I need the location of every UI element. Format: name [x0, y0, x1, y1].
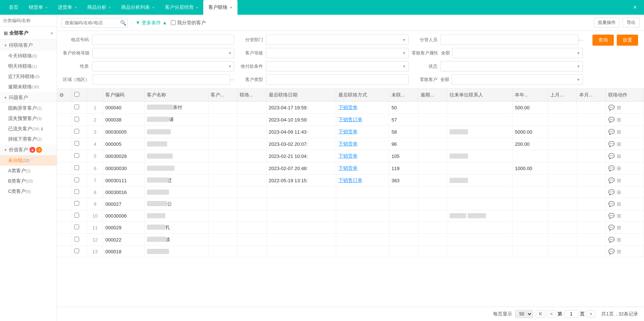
row-checkbox[interactable]	[74, 129, 79, 134]
batch-operation-button[interactable]: 批量操作	[594, 18, 620, 28]
next-page-button[interactable]: >	[586, 310, 595, 318]
sidebar-item-lost[interactable]: 已流失客户(24) ℹ	[0, 124, 57, 134]
message-action-icon[interactable]: 💬	[608, 129, 615, 135]
row-checkbox[interactable]	[74, 225, 79, 229]
close-product-analysis-list-icon[interactable]: ×	[152, 5, 154, 10]
sidebar-value-section[interactable]: ▼ 价值客户 ● ↺	[0, 144, 57, 155]
sidebar-item-week[interactable]: 近7天待联络(0)	[0, 71, 57, 82]
grid-action-icon[interactable]: ⊞	[617, 165, 621, 171]
tab-customer-contact[interactable]: 客户联络 ×	[203, 0, 237, 15]
grid-action-icon[interactable]: ⊞	[617, 225, 621, 230]
contact-method-link[interactable]: 下销货单	[338, 165, 358, 171]
customer-level-select[interactable]: ▼	[266, 48, 408, 58]
grid-action-icon[interactable]: ⊞	[617, 189, 621, 195]
tab-customer-stratification[interactable]: 客户分层经营 ×	[160, 0, 203, 15]
message-action-icon[interactable]: 💬	[608, 117, 615, 123]
sidebar-collapse-button[interactable]: «	[50, 31, 53, 36]
row-checkbox[interactable]	[74, 177, 79, 182]
sidebar-item-churn-risk[interactable]: 流失预警客户(3)	[0, 113, 57, 124]
contact-method-link[interactable]: 下销货单	[338, 129, 358, 134]
nature-select[interactable]: ▼	[92, 61, 234, 71]
region-select[interactable]	[92, 74, 230, 85]
grid-action-icon[interactable]: ⊞	[617, 141, 621, 147]
sidebar-item-overdue[interactable]: 逾期未联络(30)	[0, 82, 57, 92]
message-action-icon[interactable]: 💬	[608, 189, 615, 195]
message-action-icon[interactable]: 💬	[608, 237, 615, 243]
sidebar-item-today[interactable]: 今天待联络(0)	[0, 51, 57, 61]
retail-customer-select[interactable]: ▼	[451, 74, 583, 85]
grid-action-icon[interactable]: ⊞	[617, 248, 621, 254]
sidebar-problem-section[interactable]: ▼ 问题客户	[0, 92, 57, 103]
grid-action-icon[interactable]: ⊞	[617, 237, 621, 243]
message-action-icon[interactable]: 💬	[608, 165, 615, 171]
refresh-icon[interactable]: ↺	[36, 147, 42, 153]
message-action-icon[interactable]: 💬	[608, 105, 615, 110]
message-action-icon[interactable]: 💬	[608, 141, 615, 147]
contact-method-link[interactable]: 下销货单	[338, 153, 358, 159]
sidebar-item-continuous-decline[interactable]: 持续下滑客户(2)	[0, 134, 57, 144]
sidebar-pending-section[interactable]: ▼ 待联络客户	[0, 40, 57, 51]
close-product-analysis-icon[interactable]: ×	[109, 5, 111, 10]
grid-action-icon[interactable]: ⊞	[617, 117, 621, 123]
th-settings[interactable]: ⚙	[57, 89, 72, 102]
row-checkbox[interactable]	[74, 248, 79, 253]
grid-action-icon[interactable]: ⊞	[617, 201, 621, 207]
row-checkbox[interactable]	[74, 189, 79, 194]
message-action-icon[interactable]: 💬	[608, 177, 615, 183]
retail-attr-select[interactable]: ▼	[452, 48, 583, 58]
sidebar-item-purchase-abnormal[interactable]: 固购异常客户(2)	[0, 103, 57, 113]
message-action-icon[interactable]: 💬	[608, 201, 615, 207]
sidebar-item-b-class[interactable]: B类客户(33)	[0, 176, 57, 186]
tab-product-analysis-list[interactable]: 商品分析列表 ×	[116, 0, 159, 15]
tab-product-analysis[interactable]: 商品分析 ×	[82, 0, 116, 15]
price-level-select[interactable]: ▼	[92, 48, 234, 58]
filter-search-icon[interactable]: 🔍	[120, 20, 126, 26]
export-button[interactable]: 导出	[623, 18, 640, 28]
close-purchase-order-icon[interactable]: ×	[74, 5, 77, 10]
row-checkbox[interactable]	[74, 141, 79, 146]
row-checkbox[interactable]	[74, 213, 79, 218]
query-button[interactable]: 查询	[592, 35, 614, 46]
row-checkbox[interactable]	[74, 105, 79, 109]
grid-action-icon[interactable]: ⊞	[617, 105, 621, 110]
customer-type-select[interactable]	[266, 74, 408, 85]
grid-action-icon[interactable]: ⊞	[617, 153, 621, 159]
close-sales-order-icon[interactable]: ×	[45, 5, 47, 10]
contact-method-link[interactable]: 下销售订单	[338, 177, 362, 183]
grid-action-icon[interactable]: ⊞	[617, 213, 621, 219]
sidebar-item-c-class[interactable]: C类客户(6)	[0, 186, 57, 197]
tab-purchase-order[interactable]: 进货单 ×	[53, 0, 82, 15]
message-action-icon[interactable]: 💬	[608, 213, 615, 219]
page-size-select[interactable]: 50	[515, 310, 533, 318]
grid-action-icon[interactable]: ⊞	[617, 129, 621, 135]
manager-select[interactable]	[440, 35, 579, 45]
settings-gear-icon[interactable]: ⚙	[59, 92, 64, 98]
dept-select[interactable]: ▼	[266, 35, 408, 45]
page-number-input[interactable]	[564, 310, 578, 318]
row-checkbox[interactable]	[74, 201, 79, 206]
row-checkbox[interactable]	[74, 117, 79, 121]
row-checkbox[interactable]	[74, 237, 79, 241]
grid-action-icon[interactable]: ⊞	[617, 177, 621, 183]
search-input[interactable]	[65, 20, 120, 25]
sidebar-search-input[interactable]	[3, 18, 57, 23]
sidebar-item-tomorrow[interactable]: 明天待联络(1)	[0, 61, 57, 71]
first-page-button[interactable]: K	[536, 310, 545, 318]
message-action-icon[interactable]: 💬	[608, 153, 615, 159]
message-action-icon[interactable]: 💬	[608, 225, 615, 230]
region-more-icon[interactable]: ···	[230, 77, 235, 82]
reset-button[interactable]: 设置	[617, 35, 638, 46]
close-customer-stratification-icon[interactable]: ×	[196, 5, 198, 10]
contact-method-link[interactable]: 下销货单	[338, 105, 358, 110]
status-select[interactable]: ▼	[440, 61, 583, 71]
message-action-icon[interactable]: 💬	[608, 248, 615, 254]
select-all-checkbox[interactable]	[74, 92, 79, 97]
phone-input[interactable]	[92, 35, 234, 45]
payment-select[interactable]: ▼	[266, 61, 408, 71]
sidebar-item-a-class[interactable]: A类客户(1)	[0, 166, 57, 176]
prev-page-button[interactable]: <	[547, 310, 556, 318]
contact-method-link[interactable]: 下销货单	[338, 141, 358, 147]
manager-more-icon[interactable]: ···	[578, 37, 583, 43]
tab-home[interactable]: 首页	[4, 4, 24, 11]
contact-method-link[interactable]: 下销售订单	[338, 117, 362, 122]
